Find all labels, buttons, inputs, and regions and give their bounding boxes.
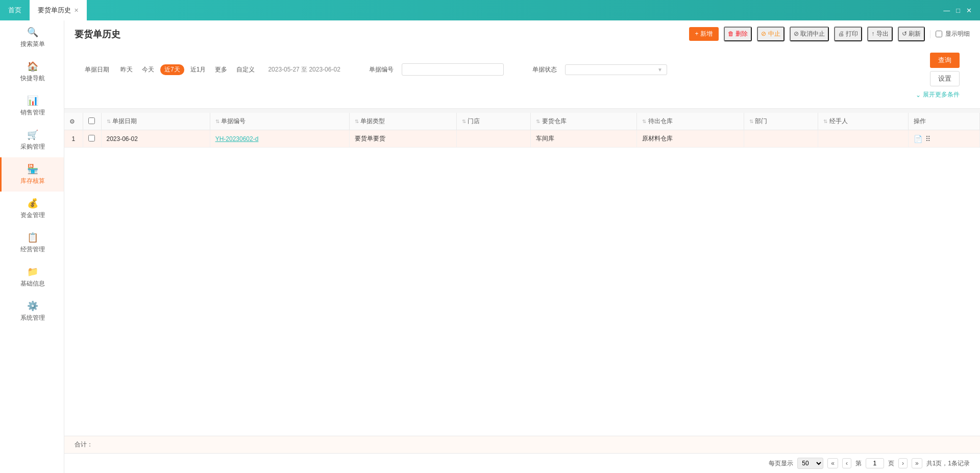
date-btn-yesterday[interactable]: 昨天: [117, 64, 136, 75]
th-doc-date-label: 单据日期: [112, 117, 137, 125]
th-doc-type[interactable]: ⇅ 单据类型: [350, 113, 457, 130]
sidebar-item-system[interactable]: ⚙️ 系统管理: [0, 294, 64, 328]
filter-settings-button[interactable]: 设置: [930, 71, 960, 86]
purchase-icon: 🛒: [27, 129, 38, 140]
th-settings[interactable]: ⚙: [64, 113, 83, 130]
maximize-button[interactable]: □: [956, 7, 960, 14]
stop-button[interactable]: ⊘ 中止: [757, 27, 784, 41]
show-detail-label: 显示明细: [945, 30, 970, 38]
row-select-checkbox[interactable]: [88, 135, 95, 141]
page-number-input[interactable]: [866, 458, 884, 468]
operations-icon: 📋: [27, 232, 38, 243]
total-records: 共1页，1条记录: [926, 459, 970, 468]
minimize-button[interactable]: —: [943, 7, 950, 14]
prev-page-button[interactable]: ‹: [842, 458, 851, 468]
filter-row-2: ⌄ 展开更多条件: [85, 90, 960, 99]
more-icon[interactable]: ⠿: [925, 135, 930, 143]
cell-action: 📄 ⠿: [909, 130, 980, 148]
sidebar-item-purchase[interactable]: 🛒 采购管理: [0, 123, 64, 157]
th-checkbox[interactable]: [83, 113, 101, 130]
tab-bar: 首页 要货单历史 ✕: [0, 0, 943, 20]
tab-home[interactable]: 首页: [0, 0, 30, 20]
th-department-label: 部门: [755, 117, 767, 125]
th-pending-warehouse-label: 待出仓库: [648, 117, 673, 125]
cell-store: [456, 130, 531, 148]
doc-number-input[interactable]: [402, 63, 504, 76]
expand-more-button[interactable]: ⌄ 展开更多条件: [916, 90, 960, 99]
data-table: ⚙ ⇅ 单据日期 ⇅ 单据编号 ⇅ 单据类型 ⇅ 门店 ⇅ 要货仓库 ⇅ 待出仓…: [64, 113, 980, 148]
sales-icon: 📊: [27, 95, 38, 106]
cancel-stop-button[interactable]: ⊘ 取消中止: [790, 27, 829, 41]
last-page-button[interactable]: »: [912, 458, 922, 468]
date-btn-today[interactable]: 今天: [139, 64, 157, 75]
tab-close-icon[interactable]: ✕: [74, 7, 79, 14]
doc-status-select[interactable]: ▼: [565, 64, 667, 75]
sidebar-item-label: 基础信息: [20, 279, 45, 288]
th-doc-number[interactable]: ⇅ 单据编号: [210, 113, 350, 130]
doc-number-link[interactable]: YH-20230602-d: [215, 135, 259, 143]
first-page-button[interactable]: «: [827, 458, 838, 468]
th-store[interactable]: ⇅ 门店: [456, 113, 531, 130]
next-page-button[interactable]: ›: [898, 458, 908, 468]
th-request-warehouse[interactable]: ⇅ 要货仓库: [531, 113, 637, 130]
th-request-warehouse-label: 要货仓库: [542, 117, 567, 125]
show-detail-toggle[interactable]: 显示明细: [936, 30, 970, 38]
sort-icon: ⇅: [355, 119, 359, 124]
th-doc-date[interactable]: ⇅ 单据日期: [101, 113, 210, 130]
th-doc-type-label: 单据类型: [360, 117, 385, 125]
expand-more-label: 展开更多条件: [923, 90, 960, 99]
edit-icon[interactable]: 📄: [914, 135, 922, 143]
sidebar-item-inventory[interactable]: 🏪 库存核算: [0, 157, 64, 192]
sidebar-item-finance[interactable]: 💰 资金管理: [0, 192, 64, 226]
doc-status-label: 单据状态: [532, 65, 557, 74]
th-pending-warehouse[interactable]: ⇅ 待出仓库: [637, 113, 744, 130]
content-area: 要货单历史 + 新增 🗑 删除 ⊘ 中止 ⊘ 取消中止 🖨 打印 ↑ 导出 ↺ …: [64, 20, 980, 473]
sidebar-item-label: 资金管理: [20, 211, 45, 220]
table-body: 1 2023-06-02 YH-20230602-d 要货单要货 车间库 原材料…: [64, 130, 980, 148]
date-btn-7days[interactable]: 近7天: [160, 64, 184, 75]
select-all-checkbox[interactable]: [88, 117, 95, 124]
new-button[interactable]: + 新增: [689, 27, 719, 41]
date-btn-1month[interactable]: 近1月: [187, 64, 209, 75]
sidebar-item-sales[interactable]: 📊 销售管理: [0, 89, 64, 123]
inventory-icon: 🏪: [27, 163, 38, 175]
show-detail-checkbox[interactable]: [936, 31, 942, 37]
date-btn-more[interactable]: 更多: [212, 64, 230, 75]
print-button[interactable]: 🖨 打印: [834, 27, 862, 41]
export-button[interactable]: ↑ 导出: [867, 27, 892, 41]
toolbar-separator: [930, 30, 930, 38]
doc-date-label: 单据日期: [85, 65, 109, 74]
sidebar-item-label: 快捷导航: [20, 74, 45, 83]
th-department[interactable]: ⇅ 部门: [744, 113, 818, 130]
cell-doc-date: 2023-06-02: [101, 130, 210, 148]
window-actions: — □ ✕: [943, 7, 980, 14]
sort-icon: ⇅: [462, 119, 466, 124]
system-icon: ⚙️: [27, 300, 38, 312]
close-button[interactable]: ✕: [966, 7, 972, 14]
doc-number-label: 单据编号: [369, 65, 394, 74]
sidebar: 🔍 搜索菜单 🏠 快捷导航 📊 销售管理 🛒 采购管理 🏪 库存核算 💰 资金管…: [0, 20, 64, 473]
sidebar-item-search-menu[interactable]: 🔍 搜索菜单: [0, 20, 64, 55]
sidebar-item-quick-nav[interactable]: 🏠 快捷导航: [0, 55, 64, 89]
filter-btn-col: 查询 设置: [930, 53, 960, 86]
page-label: 页: [888, 459, 894, 468]
sidebar-item-operations[interactable]: 📋 经营管理: [0, 226, 64, 260]
basic-info-icon: 📁: [27, 266, 38, 277]
th-handler[interactable]: ⇅ 经手人: [818, 113, 909, 130]
table-header: ⚙ ⇅ 单据日期 ⇅ 单据编号 ⇅ 单据类型 ⇅ 门店 ⇅ 要货仓库 ⇅ 待出仓…: [64, 113, 980, 130]
date-btn-custom[interactable]: 自定义: [233, 64, 258, 75]
query-button[interactable]: 查询: [930, 53, 960, 68]
cell-request-warehouse: 车间库: [531, 130, 637, 148]
page-size-select[interactable]: 50 10 20 100: [797, 458, 823, 469]
cell-doc-number[interactable]: YH-20230602-d: [210, 130, 350, 148]
delete-button[interactable]: 🗑 删除: [724, 27, 752, 41]
tab-requisition-history[interactable]: 要货单历史 ✕: [30, 0, 87, 20]
sidebar-item-label: 系统管理: [20, 314, 45, 322]
search-menu-icon: 🔍: [27, 27, 38, 38]
sort-icon: ⇅: [823, 119, 827, 124]
date-range-text: 2023-05-27 至 2023-06-02: [268, 65, 340, 74]
row-checkbox[interactable]: [83, 130, 101, 148]
sidebar-item-basic-info[interactable]: 📁 基础信息: [0, 260, 64, 294]
refresh-button[interactable]: ↺ 刷新: [898, 27, 925, 41]
table-container: ⚙ ⇅ 单据日期 ⇅ 单据编号 ⇅ 单据类型 ⇅ 门店 ⇅ 要货仓库 ⇅ 待出仓…: [64, 113, 980, 436]
